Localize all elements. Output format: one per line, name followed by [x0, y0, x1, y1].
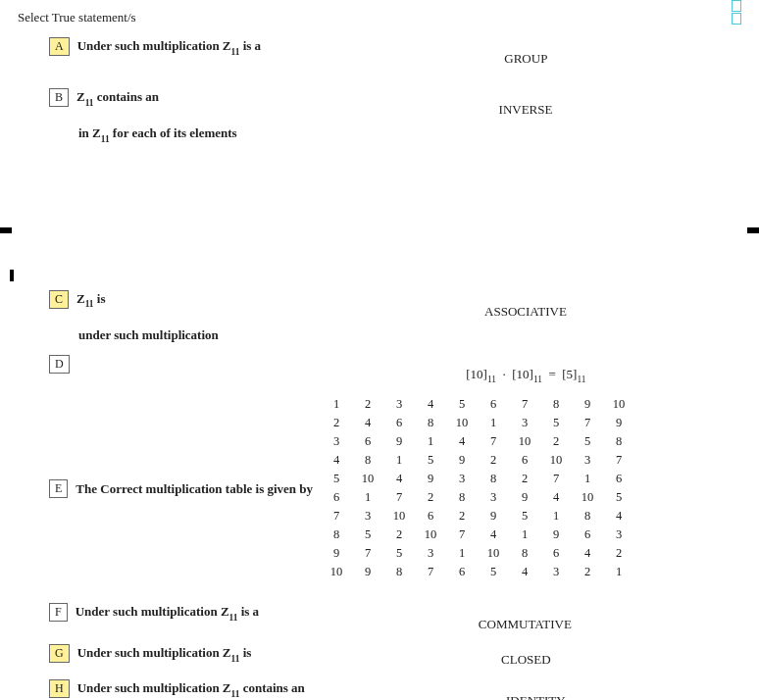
table-cell: 9: [572, 395, 603, 414]
table-cell: 7: [321, 507, 352, 525]
table-cell: 6: [603, 470, 634, 488]
table-cell: 7: [383, 488, 415, 507]
table-cell: 10: [446, 414, 478, 432]
decor-left-mark: [10, 270, 14, 281]
option-e-row: E The Correct multiplication table is gi…: [49, 395, 730, 581]
option-e-text: The Correct multiplication table is give…: [68, 480, 313, 497]
table-cell: 5: [415, 451, 446, 470]
table-cell: 4: [446, 432, 478, 451]
table-cell: 4: [478, 525, 509, 544]
table-cell: 7: [446, 525, 478, 544]
option-f-value: COMMUTATIVE: [350, 603, 700, 632]
table-cell: 1: [572, 470, 603, 488]
table-cell: 3: [415, 544, 446, 563]
table-cell: 5: [572, 432, 603, 451]
table-cell: 6: [478, 395, 509, 414]
option-c-text: Z11 is: [69, 290, 351, 309]
table-cell: 9: [509, 488, 540, 507]
option-e-letter[interactable]: E: [49, 479, 68, 498]
decor-right-bar: [747, 227, 759, 233]
table-cell: 6: [415, 507, 446, 525]
table-cell: 8: [383, 563, 415, 581]
option-g-letter[interactable]: G: [49, 644, 70, 663]
table-cell: 3: [321, 432, 352, 451]
option-h-value: IDENTITY: [372, 679, 700, 700]
table-cell: 8: [603, 432, 634, 451]
table-cell: 2: [540, 432, 572, 451]
decor-box-top-2: [732, 13, 741, 25]
decor-box-top-1: [732, 0, 741, 12]
table-cell: 7: [478, 432, 509, 451]
option-f-letter[interactable]: F: [49, 603, 68, 622]
option-c-letter[interactable]: C: [49, 290, 69, 309]
table-cell: 3: [572, 451, 603, 470]
option-d-row: D [10]11 · [10]11 = [5]11: [49, 355, 700, 384]
table-cell: 6: [540, 544, 572, 563]
table-cell: 8: [478, 470, 509, 488]
table-cell: 9: [478, 507, 509, 525]
table-cell: 9: [540, 525, 572, 544]
question-prompt: Select True statement/s: [18, 10, 759, 25]
table-cell: 9: [321, 544, 352, 563]
table-cell: 6: [446, 563, 478, 581]
decor-left-bar: [0, 227, 12, 233]
table-cell: 4: [415, 395, 446, 414]
table-cell: 6: [509, 451, 540, 470]
option-b-text: Z11 contains an: [69, 88, 351, 107]
option-b-value: INVERSE: [351, 88, 700, 118]
table-cell: 3: [446, 470, 478, 488]
table-cell: 9: [603, 414, 634, 432]
option-h-letter[interactable]: H: [49, 679, 70, 698]
option-c-value: ASSOCIATIVE: [351, 290, 700, 320]
table-cell: 6: [383, 414, 415, 432]
table-cell: 7: [540, 470, 572, 488]
table-cell: 9: [446, 451, 478, 470]
table-cell: 10: [383, 507, 415, 525]
table-cell: 9: [383, 432, 415, 451]
option-d-letter[interactable]: D: [49, 355, 70, 374]
option-h-row: H Under such multiplication Z11 contains…: [49, 679, 700, 700]
table-cell: 1: [446, 544, 478, 563]
table-cell: 7: [415, 563, 446, 581]
table-cell: 8: [572, 507, 603, 525]
table-cell: 5: [321, 470, 352, 488]
table-cell: 4: [383, 470, 415, 488]
table-cell: 10: [415, 525, 446, 544]
table-cell: 5: [352, 525, 383, 544]
table-cell: 4: [509, 563, 540, 581]
table-cell: 1: [321, 395, 352, 414]
table-cell: 1: [478, 414, 509, 432]
option-h-text: Under such multiplication Z11 contains a…: [70, 679, 372, 698]
table-cell: 3: [509, 414, 540, 432]
table-cell: 10: [478, 544, 509, 563]
table-cell: 3: [540, 563, 572, 581]
table-cell: 7: [509, 395, 540, 414]
table-cell: 4: [352, 414, 383, 432]
table-cell: 1: [352, 488, 383, 507]
table-cell: 10: [321, 563, 352, 581]
table-cell: 10: [509, 432, 540, 451]
table-cell: 2: [321, 414, 352, 432]
option-b-row: B Z11 contains an INVERSE: [49, 88, 700, 118]
option-d-equation: [10]11 · [10]11 = [5]11: [352, 355, 700, 384]
table-cell: 5: [383, 544, 415, 563]
table-cell: 1: [383, 451, 415, 470]
option-b-letter[interactable]: B: [49, 88, 69, 107]
table-cell: 4: [540, 488, 572, 507]
option-g-value: CLOSED: [352, 644, 700, 668]
table-cell: 10: [603, 395, 634, 414]
table-cell: 3: [478, 488, 509, 507]
option-a-letter[interactable]: A: [49, 37, 70, 56]
table-cell: 5: [603, 488, 634, 507]
table-cell: 10: [540, 451, 572, 470]
table-cell: 8: [446, 488, 478, 507]
table-cell: 1: [509, 525, 540, 544]
table-cell: 6: [572, 525, 603, 544]
table-cell: 2: [572, 563, 603, 581]
multiplication-table: 1234567891024681013579369147102584815926…: [321, 395, 634, 581]
option-a-value: GROUP: [352, 37, 700, 67]
table-cell: 4: [321, 451, 352, 470]
option-g-row: G Under such multiplication Z11 is CLOSE…: [49, 644, 700, 668]
option-f-text: Under such multiplication Z11 is a: [68, 603, 350, 622]
option-d-text: [70, 355, 352, 356]
